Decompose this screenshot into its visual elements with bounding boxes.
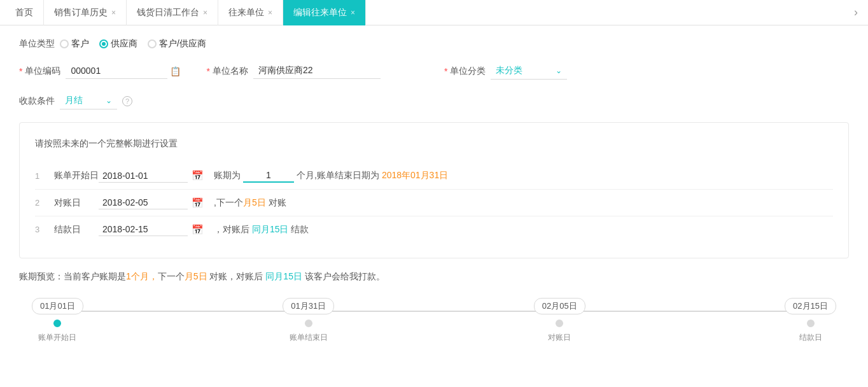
payment-cond-item: 收款条件 月结 ⌄ ?: [19, 92, 132, 109]
start-date-input[interactable]: [99, 169, 188, 183]
classify-dropdown-icon: ⌄: [556, 66, 562, 75]
preview-mid2: 对账，对账后: [207, 271, 263, 281]
close-tab-sales[interactable]: ×: [111, 8, 116, 17]
unit-type-label: 单位类型: [19, 38, 55, 50]
reconcile-date-input[interactable]: [99, 196, 188, 209]
reconcile-desc: ,下一个月5日 对账: [214, 197, 286, 209]
unit-classify-value: 未分类: [496, 65, 550, 76]
copy-icon[interactable]: 📋: [170, 66, 181, 76]
payment-cond-row: 收款条件 月结 ⌄ ?: [19, 92, 849, 109]
unit-type-form-item: 单位类型 客户 供应商 客户/供应商: [19, 38, 206, 50]
unit-classify-item: * 单位分类 未分类 ⌄: [444, 62, 567, 80]
timeline-dot-4: [807, 320, 815, 327]
tab-more-icon[interactable]: ›: [849, 6, 863, 19]
tab-sales-order-history[interactable]: 销售订单历史 ×: [44, 0, 127, 25]
radio-both[interactable]: 客户/供应商: [148, 38, 206, 50]
payment-desc: ，对账后 同月15日 结款: [214, 224, 309, 236]
calendar-icon-3[interactable]: 📅: [192, 224, 204, 236]
unit-name-input[interactable]: [253, 63, 381, 79]
reconcile-suffix: 对账: [266, 197, 286, 208]
period-table: 1 账单开始日 📅 账期为 个月,账单结束日期为 2018年01月31日 2 对…: [35, 162, 833, 243]
radio-circle-customer: [60, 39, 69, 48]
help-icon[interactable]: ?: [122, 96, 132, 106]
reconcile-date-input-wrap: 📅: [99, 196, 204, 209]
calendar-icon-1[interactable]: 📅: [192, 170, 204, 181]
calendar-icon-2[interactable]: 📅: [192, 197, 204, 209]
unit-code-input[interactable]: [66, 63, 167, 79]
timeline-label-3: 对账日: [548, 332, 571, 343]
period-desc: 账期为 个月,账单结束日期为 2018年01月31日: [214, 169, 448, 183]
tab-partner-units[interactable]: 往来单位 ×: [218, 0, 283, 25]
period-end-date: 2018年01月31日: [382, 170, 448, 181]
payment-cond-value: 月结: [65, 95, 101, 106]
timeline-node-2: 01月31日 账单结束日: [283, 298, 334, 343]
period-suffix: 个月,账单结束日期为: [297, 170, 379, 181]
preview-next-date: 月5日: [185, 271, 207, 281]
unit-name-item: * 单位名称: [206, 63, 380, 79]
close-tab-partner[interactable]: ×: [268, 8, 272, 17]
preview-suffix: 该客户会给我打款。: [302, 271, 385, 281]
start-date-input-wrap: 📅: [99, 169, 204, 183]
timeline-pill-2: 01月31日: [283, 298, 334, 314]
tab-bar: 首页 销售订单历史 × 钱货日清工作台 × 往来单位 × 编辑往来单位 × ›: [0, 0, 868, 25]
payment-prefix: ，对账后: [214, 224, 252, 234]
radio-customer[interactable]: 客户: [60, 38, 89, 50]
payment-date-input[interactable]: [99, 223, 188, 236]
required-star-classify: *: [444, 66, 447, 76]
radio-supplier[interactable]: 供应商: [99, 38, 137, 50]
field-label-3: 结款日: [54, 224, 99, 236]
unit-type-radio-group: 客户 供应商 客户/供应商: [60, 38, 206, 50]
timeline-dot-1: [53, 320, 61, 327]
unit-name-label: 单位名称: [213, 66, 248, 77]
period-input[interactable]: [243, 169, 294, 183]
timeline-dot-3: [556, 320, 563, 327]
unit-classify-label: 单位分类: [450, 66, 486, 77]
timeline-label-1: 账单开始日: [38, 332, 76, 343]
timeline-label-2: 账单结束日: [290, 332, 328, 343]
payment-cond-dropdown-icon: ⌄: [106, 96, 112, 105]
timeline-node-3: 02月05日 对账日: [534, 298, 585, 343]
preview-prefix: 账期预览：当前客户账期是: [19, 271, 126, 281]
tab-edit-partner[interactable]: 编辑往来单位 ×: [283, 0, 366, 25]
reconcile-highlight: 月5日: [243, 197, 266, 208]
timeline-pill-3: 02月05日: [534, 298, 585, 314]
field-label-1: 账单开始日: [54, 170, 99, 181]
unit-code-label: 单位编码: [25, 66, 60, 77]
table-row: 3 结款日 📅 ，对账后 同月15日 结款: [35, 216, 833, 243]
preview-period: 1个月，: [126, 271, 158, 281]
table-row: 2 对账日 📅 ,下一个月5日 对账: [35, 190, 833, 216]
unit-type-row: 单位类型 客户 供应商 客户/供应商: [19, 38, 849, 50]
payment-cond-select[interactable]: 月结 ⌄: [60, 92, 117, 109]
unit-classify-select[interactable]: 未分类 ⌄: [491, 62, 567, 80]
payment-highlight: 同月15日: [252, 224, 289, 234]
tab-cash-work[interactable]: 钱货日清工作台 ×: [127, 0, 218, 25]
timeline-pill-1: 01月01日: [32, 298, 83, 314]
period-prefix: 账期为: [214, 170, 241, 181]
timeline-label-4: 结款日: [799, 332, 822, 343]
close-tab-edit-partner[interactable]: ×: [351, 8, 355, 17]
payment-cond-label: 收款条件: [19, 95, 55, 107]
settings-card: 请按照未来的一个完整帐期进行设置 1 账单开始日 📅 账期为 个月,账单结束日期…: [19, 122, 849, 258]
preview-pay-date: 同月15日: [263, 271, 302, 281]
row-num-3: 3: [35, 225, 54, 234]
field-label-2: 对账日: [54, 197, 99, 209]
required-star-code: *: [19, 66, 22, 76]
timeline-pill-4: 02月15日: [785, 298, 836, 314]
card-instruction: 请按照未来的一个完整帐期进行设置: [35, 138, 833, 150]
timeline-node-1: 01月01日 账单开始日: [32, 298, 83, 343]
reconcile-prefix: ,下一个: [214, 197, 243, 208]
timeline-node-4: 02月15日 结款日: [785, 298, 836, 343]
required-star-name: *: [206, 66, 209, 76]
payment-date-input-wrap: 📅: [99, 223, 204, 236]
unit-code-item: * 单位编码 📋: [19, 63, 181, 79]
close-tab-cash[interactable]: ×: [203, 8, 207, 17]
main-content: 单位类型 客户 供应商 客户/供应商 * 单位编码: [0, 25, 868, 387]
payment-suffix: 结款: [288, 224, 309, 234]
table-row: 1 账单开始日 📅 账期为 个月,账单结束日期为 2018年01月31日: [35, 162, 833, 190]
radio-circle-both: [148, 39, 157, 48]
unit-info-row: * 单位编码 📋 * 单位名称 * 单位分类 未分类 ⌄: [19, 62, 849, 80]
preview-section: 账期预览：当前客户账期是1个月，下一个月5日 对账，对账后 同月15日 该客户会…: [19, 271, 849, 283]
tab-home[interactable]: 首页: [5, 0, 44, 25]
radio-circle-supplier: [99, 39, 108, 48]
row-num-1: 1: [35, 171, 54, 181]
